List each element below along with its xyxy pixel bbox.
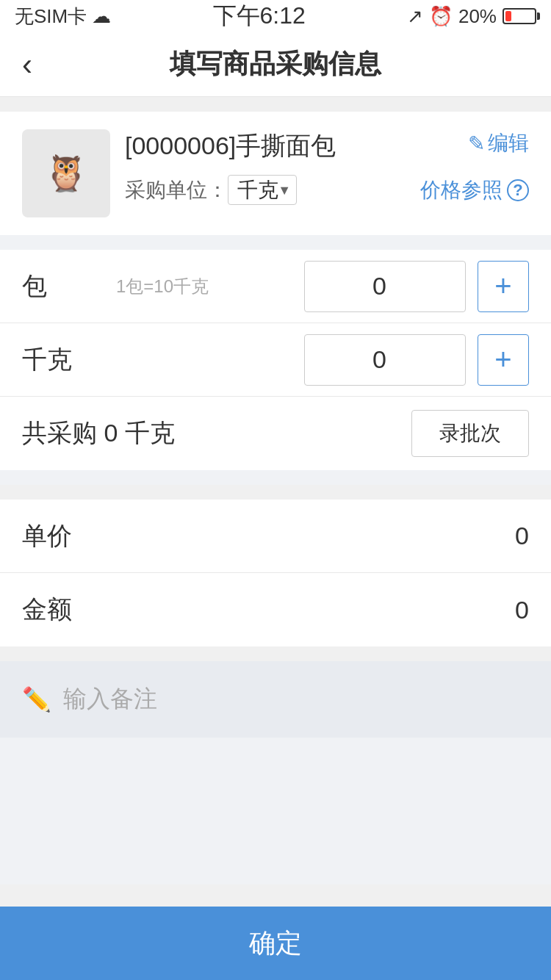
kg-label: 千克: [22, 343, 110, 377]
kg-plus-icon: +: [494, 343, 511, 376]
bag-label: 包: [22, 270, 110, 303]
product-info: [0000006]手撕面包 ✎ 编辑 采购单位： 千克 包 克 价格参照 ?: [125, 129, 529, 205]
location-icon: ↗: [407, 5, 423, 28]
product-card: 🦉 [0000006]手撕面包 ✎ 编辑 采购单位： 千克 包 克: [0, 112, 551, 235]
section-divider-2: [0, 470, 551, 485]
bag-plus-button[interactable]: +: [478, 261, 529, 312]
price-ref-button[interactable]: 价格参照 ?: [420, 176, 529, 204]
unit-label: 采购单位：: [125, 176, 228, 204]
confirm-label: 确定: [249, 926, 302, 962]
nav-bar: ‹ 填写商品采购信息: [0, 32, 551, 97]
product-name: [0000006]手撕面包: [125, 129, 468, 163]
unit-price-value: 0: [515, 522, 529, 550]
bag-quantity-input[interactable]: [304, 261, 466, 312]
unit-selector-group: 采购单位： 千克 包 克: [125, 175, 297, 205]
unit-price-row: 单价 0: [0, 500, 551, 573]
record-batch-button[interactable]: 录批次: [411, 410, 529, 457]
summary-row: 共采购 0 千克 录批次: [0, 397, 551, 470]
battery-percent: 20%: [458, 5, 497, 28]
kg-input-row: 千克 +: [0, 323, 551, 397]
confirm-button[interactable]: 确定: [0, 907, 551, 980]
amount-row: 金额 0: [0, 573, 551, 646]
no-sim-label: 无SIM卡 ☁: [15, 4, 111, 29]
status-bar: 无SIM卡 ☁ 下午6:12 ↗ ⏰ 20%: [0, 0, 551, 32]
kg-input-right: +: [110, 334, 529, 386]
product-thumb-icon: 🦉: [44, 153, 88, 194]
amount-label: 金额: [22, 593, 72, 627]
status-left: 无SIM卡 ☁: [15, 4, 111, 29]
status-right: ↗ ⏰ 20%: [407, 5, 536, 28]
note-placeholder: 输入备注: [63, 683, 157, 716]
kg-quantity-input[interactable]: [304, 334, 466, 386]
price-ref-label: 价格参照: [420, 176, 503, 204]
amount-value: 0: [515, 596, 529, 624]
summary-text: 共采购 0 千克: [22, 417, 175, 450]
page-title: 填写商品采购信息: [170, 46, 381, 82]
product-header: [0000006]手撕面包 ✎ 编辑: [125, 129, 529, 163]
alarm-icon: ⏰: [429, 5, 453, 28]
content-spacer: [0, 738, 551, 884]
unit-select[interactable]: 千克 包 克: [228, 175, 297, 205]
unit-price-label: 单价: [22, 519, 72, 553]
battery-indicator: [503, 8, 536, 24]
bag-input-row: 包 1包=10千克 +: [0, 250, 551, 323]
pencil-icon: ✏️: [22, 685, 51, 713]
back-button[interactable]: ‹: [22, 47, 32, 82]
edit-button[interactable]: ✎ 编辑: [468, 129, 529, 157]
product-unit-row: 采购单位： 千克 包 克 价格参照 ?: [125, 175, 529, 205]
quantity-section: 包 1包=10千克 + 千克 +: [0, 250, 551, 397]
section-divider-1: [0, 235, 551, 250]
bag-sublabel: 1包=10千克: [116, 275, 209, 298]
status-time: 下午6:12: [213, 0, 306, 32]
bag-input-right: +: [209, 261, 529, 312]
edit-icon: ✎: [468, 131, 485, 156]
price-ref-icon: ?: [507, 179, 529, 201]
price-amount-section: 单价 0 金额 0: [0, 500, 551, 646]
bag-plus-icon: +: [494, 270, 511, 303]
kg-plus-button[interactable]: +: [478, 334, 529, 386]
unit-select-wrap[interactable]: 千克 包 克: [228, 175, 297, 205]
record-batch-label: 录批次: [439, 419, 501, 447]
note-section[interactable]: ✏️ 输入备注: [0, 661, 551, 738]
product-thumbnail: 🦉: [22, 129, 110, 217]
edit-label: 编辑: [488, 129, 529, 157]
